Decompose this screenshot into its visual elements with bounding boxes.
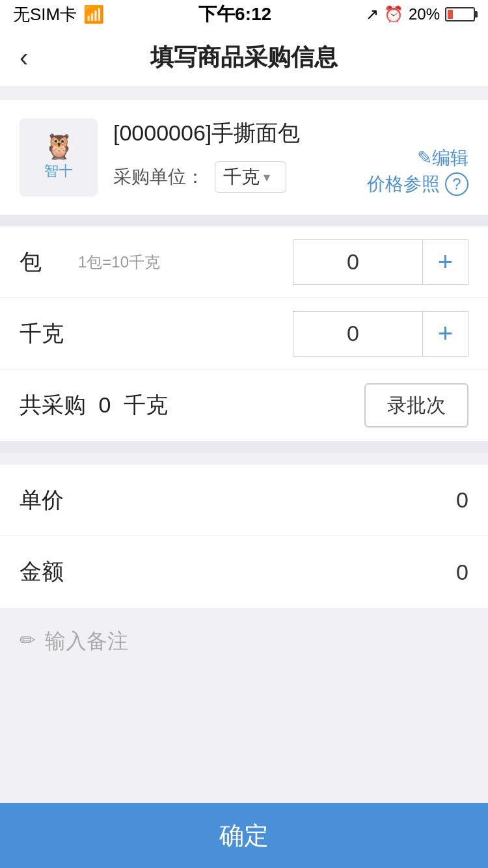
product-name: [0000006]手撕面包 bbox=[113, 118, 468, 148]
status-bar: 无SIM卡 📶 下午6:12 ↗ ⏰ 20% bbox=[0, 0, 488, 29]
dropdown-arrow-icon: ▾ bbox=[264, 169, 270, 185]
input-group-kg: + bbox=[293, 311, 468, 357]
back-button[interactable]: ‹ bbox=[20, 43, 28, 72]
product-card: 🦉 智十 [0000006]手撕面包 采购单位： 千克 ▾ ✎编辑 价格参照 ? bbox=[0, 100, 488, 215]
quantity-input-kg[interactable] bbox=[293, 311, 423, 357]
notes-placeholder: 输入备注 bbox=[45, 627, 128, 656]
status-time: 下午6:12 bbox=[198, 2, 271, 27]
product-actions: ✎编辑 bbox=[417, 146, 468, 170]
carrier-text: 无SIM卡 bbox=[13, 3, 77, 26]
info-icon[interactable]: ? bbox=[445, 172, 468, 196]
input-group-bao: + bbox=[293, 239, 468, 285]
total-unit: 千克 bbox=[124, 392, 168, 417]
battery-percent: 20% bbox=[409, 5, 440, 23]
battery-icon bbox=[445, 7, 475, 21]
total-label: 共采购 0 千克 bbox=[20, 390, 168, 420]
input-section: 包 1包=10千克 + 千克 + 共采购 0 千克 录批次 bbox=[0, 226, 488, 441]
section-divider-2 bbox=[0, 441, 488, 453]
unit-label: 采购单位： bbox=[113, 165, 204, 189]
quantity-input-bao[interactable] bbox=[293, 239, 423, 285]
product-image: 🦉 智十 bbox=[20, 118, 98, 197]
confirm-button[interactable]: 确定 bbox=[0, 803, 488, 868]
page-title: 填写商品采购信息 bbox=[150, 42, 338, 74]
section-divider-1 bbox=[0, 215, 488, 226]
nav-bar: ‹ 填写商品采购信息 bbox=[0, 29, 488, 87]
input-row-bao: 包 1包=10千克 + bbox=[0, 226, 488, 298]
input-row-kg: 千克 + bbox=[0, 298, 488, 370]
unit-value: 千克 bbox=[223, 165, 260, 189]
price-row-amount: 金额 0 bbox=[0, 536, 488, 608]
plus-button-bao[interactable]: + bbox=[423, 239, 468, 285]
status-left: 无SIM卡 📶 bbox=[13, 3, 104, 26]
plus-button-kg[interactable]: + bbox=[423, 311, 468, 357]
status-right: ↗ ⏰ 20% bbox=[366, 5, 475, 23]
sublabel-bao: 1包=10千克 bbox=[78, 252, 160, 273]
amount-value: 0 bbox=[456, 560, 468, 585]
batch-button[interactable]: 录批次 bbox=[364, 383, 468, 427]
edit-button[interactable]: ✎编辑 bbox=[417, 146, 468, 170]
unit-price-value: 0 bbox=[456, 487, 468, 513]
price-ref-button[interactable]: 价格参照 bbox=[367, 172, 440, 197]
location-icon: ↗ bbox=[366, 5, 379, 23]
total-value: 0 bbox=[98, 392, 111, 417]
amount-label: 金额 bbox=[20, 557, 64, 587]
logo-text: 智十 bbox=[44, 161, 74, 181]
notes-section[interactable]: ✏ 输入备注 bbox=[0, 609, 488, 674]
price-section: 单价 0 金额 0 bbox=[0, 465, 488, 608]
wifi-icon: 📶 bbox=[83, 5, 104, 25]
owl-icon: 🦉 bbox=[44, 134, 74, 159]
alarm-icon: ⏰ bbox=[384, 5, 403, 23]
label-kg: 千克 bbox=[20, 319, 72, 349]
total-row: 共采购 0 千克 录批次 bbox=[0, 370, 488, 441]
unit-select[interactable]: 千克 ▾ bbox=[215, 161, 286, 193]
pencil-icon: ✏ bbox=[20, 629, 36, 651]
label-bao: 包 bbox=[20, 247, 72, 277]
unit-price-label: 单价 bbox=[20, 485, 64, 515]
price-ref-row: 价格参照 ? bbox=[367, 172, 468, 197]
price-row-unit: 单价 0 bbox=[0, 465, 488, 536]
